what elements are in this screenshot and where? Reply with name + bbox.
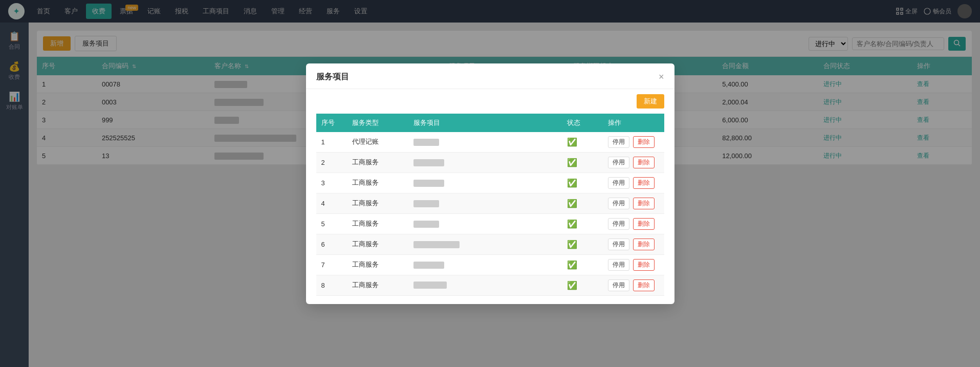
modal-toolbar: 新建 — [306, 89, 674, 114]
modal-cell-no: 1 — [316, 132, 347, 153]
modal-cell-no: 5 — [316, 213, 347, 234]
main-content: 新增 服务项目 进行中 已完成 全部 — [29, 23, 980, 367]
modal-title: 服务项目 — [316, 72, 349, 82]
modal-cell-no: 3 — [316, 172, 347, 193]
delete-button[interactable]: 删除 — [633, 157, 655, 168]
stop-button[interactable]: 停用 — [608, 239, 629, 250]
modal-body: 序号 服务类型 服务项目 状态 操作 1 代理记账 ██ 1 ✅ — [306, 114, 674, 304]
modal-cell-project: ████ — [408, 152, 562, 172]
modal-cell-no: 4 — [316, 193, 347, 213]
modal-cell-action[interactable]: 停用 删除 — [603, 234, 664, 254]
modal-cell-project: ███████ — [408, 234, 562, 254]
modal-cell-project: ███ — [408, 213, 562, 234]
stop-button[interactable]: 停用 — [608, 136, 629, 148]
modal-table-row: 7 工商服务 ████ ✅ 停用 删除 — [316, 254, 664, 275]
modal-cell-action[interactable]: 停用 删除 — [603, 193, 664, 213]
modal-cell-action[interactable]: 停用 删除 — [603, 254, 664, 275]
modal-cell-type: 工商服务 — [347, 193, 408, 213]
modal-cell-status: ✅ — [562, 193, 603, 213]
modal-col-action: 操作 — [603, 114, 664, 132]
modal-table-row: 2 工商服务 ████ ✅ 停用 删除 — [316, 152, 664, 172]
modal-cell-project: ███ — [408, 193, 562, 213]
modal-cell-type: 工商服务 — [347, 213, 408, 234]
modal-cell-action[interactable]: 停用 删除 — [603, 275, 664, 295]
modal-close-button[interactable]: × — [659, 72, 664, 81]
delete-button[interactable]: 删除 — [633, 218, 655, 230]
modal-cell-status: ✅ — [562, 213, 603, 234]
modal-table-row: 1 代理记账 ██ 1 ✅ 停用 删除 — [316, 132, 664, 153]
service-item-table: 序号 服务类型 服务项目 状态 操作 1 代理记账 ██ 1 ✅ — [316, 114, 664, 296]
modal-cell-project: ██ 注册 — [408, 275, 562, 295]
modal-col-type: 服务类型 — [347, 114, 408, 132]
modal-table-row: 5 工商服务 ███ ✅ 停用 删除 — [316, 213, 664, 234]
stop-button[interactable]: 停用 — [608, 198, 629, 209]
stop-button[interactable]: 停用 — [608, 259, 629, 271]
modal-cell-no: 7 — [316, 254, 347, 275]
modal-cell-no: 6 — [316, 234, 347, 254]
modal-cell-type: 工商服务 — [347, 172, 408, 193]
modal-cell-no: 2 — [316, 152, 347, 172]
modal-cell-action[interactable]: 停用 删除 — [603, 152, 664, 172]
stop-button[interactable]: 停用 — [608, 218, 629, 230]
modal-cell-status: ✅ — [562, 254, 603, 275]
delete-button[interactable]: 删除 — [633, 136, 655, 148]
modal-cell-status: ✅ — [562, 275, 603, 295]
modal-col-project: 服务项目 — [408, 114, 562, 132]
stop-button[interactable]: 停用 — [608, 157, 629, 168]
delete-button[interactable]: 删除 — [633, 177, 655, 189]
modal-cell-status: ✅ — [562, 234, 603, 254]
modal-header: 服务项目 × — [306, 63, 674, 89]
delete-button[interactable]: 删除 — [633, 279, 655, 291]
modal-cell-type: 工商服务 — [347, 275, 408, 295]
modal-cell-status: ✅ — [562, 172, 603, 193]
modal-new-button[interactable]: 新建 — [637, 94, 664, 109]
delete-button[interactable]: 删除 — [633, 239, 655, 250]
modal-cell-project: ██ 1 — [408, 132, 562, 153]
modal-table-row: 8 工商服务 ██ 注册 ✅ 停用 删除 — [316, 275, 664, 295]
modal-table-row: 3 工商服务 ████ ✅ 停用 删除 — [316, 172, 664, 193]
modal-cell-project: ████ — [408, 254, 562, 275]
modal-cell-action[interactable]: 停用 删除 — [603, 213, 664, 234]
modal-cell-action[interactable]: 停用 删除 — [603, 172, 664, 193]
modal-col-status: 状态 — [562, 114, 603, 132]
modal-col-no: 序号 — [316, 114, 347, 132]
delete-button[interactable]: 删除 — [633, 198, 655, 209]
modal-cell-type: 代理记账 — [347, 132, 408, 153]
modal-table-row: 4 工商服务 ███ ✅ 停用 删除 — [316, 193, 664, 213]
modal-cell-type: 工商服务 — [347, 152, 408, 172]
modal-cell-status: ✅ — [562, 132, 603, 153]
service-item-modal: 服务项目 × 新建 序号 服务类型 服务项目 状态 — [306, 63, 674, 304]
modal-cell-type: 工商服务 — [347, 234, 408, 254]
delete-button[interactable]: 删除 — [633, 259, 655, 271]
modal-cell-no: 8 — [316, 275, 347, 295]
modal-cell-status: ✅ — [562, 152, 603, 172]
modal-cell-project: ████ — [408, 172, 562, 193]
modal-cell-type: 工商服务 — [347, 254, 408, 275]
modal-table-row: 6 工商服务 ███████ ✅ 停用 删除 — [316, 234, 664, 254]
stop-button[interactable]: 停用 — [608, 177, 629, 189]
stop-button[interactable]: 停用 — [608, 279, 629, 291]
modal-overlay: 服务项目 × 新建 序号 服务类型 服务项目 状态 — [29, 23, 980, 367]
modal-cell-action[interactable]: 停用 删除 — [603, 132, 664, 153]
